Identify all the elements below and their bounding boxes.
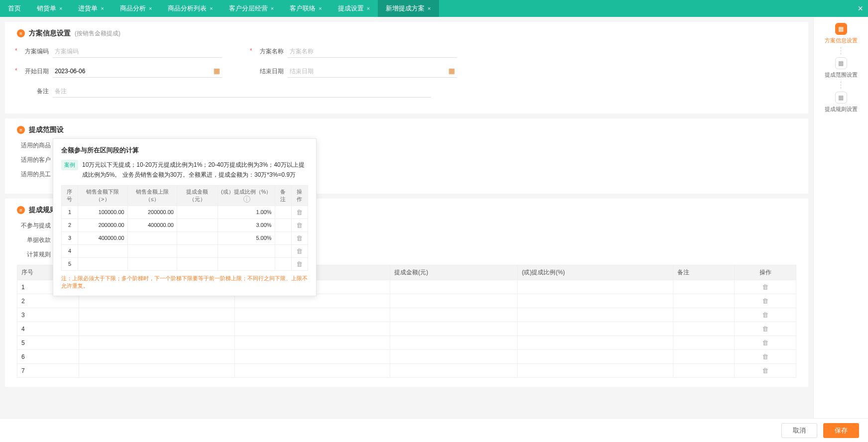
section-title: 提成范围设 bbox=[29, 125, 64, 134]
tab-close-icon[interactable]: × bbox=[428, 5, 431, 11]
tab-bar-close-icon[interactable]: × bbox=[858, 0, 863, 17]
scope-label: 适用的客户 bbox=[17, 156, 56, 164]
tooltip-th: 备注 bbox=[275, 185, 291, 206]
example-tooltip: 全额参与所在区间段的计算 案例 10万元以下无提成；10-20万元提成比例为1%… bbox=[53, 138, 317, 296]
info-icon: i bbox=[243, 196, 250, 203]
delete-row-icon[interactable]: 🗑 bbox=[296, 260, 303, 268]
label-scheme-code: 方案编码 bbox=[17, 47, 53, 56]
grid-header: 提成金额(元) bbox=[390, 265, 518, 280]
label-scheme-name: 方案名称 bbox=[252, 47, 288, 56]
tab-新增提成方案[interactable]: 新增提成方案× bbox=[378, 0, 438, 17]
anchor-label: 提成规则设置 bbox=[825, 106, 858, 113]
anchor-icon: ▦ bbox=[835, 92, 847, 104]
section-title: 方案信息设置 bbox=[29, 29, 71, 38]
table-row[interactable]: 5🗑 bbox=[17, 336, 796, 350]
example-table: 序号销售金额下限（>）销售金额上限（≤）提成金额（元）(或）提成比例（%）i备注… bbox=[61, 185, 308, 271]
anchor-connector bbox=[841, 47, 841, 54]
save-button[interactable]: 保存 bbox=[823, 423, 859, 438]
grid-header: 备注 bbox=[673, 265, 735, 280]
tooltip-row: 1100000.00200000.001.00%🗑 bbox=[62, 206, 308, 219]
table-row[interactable]: 6🗑 bbox=[17, 350, 796, 364]
footer-actions: 取消 保存 bbox=[0, 418, 868, 442]
label-remark: 备注 bbox=[17, 87, 53, 96]
scope-label: 适用的商品 bbox=[17, 141, 56, 150]
delete-row-icon[interactable]: 🗑 bbox=[296, 221, 303, 229]
tab-销货单[interactable]: 销货单× bbox=[29, 0, 70, 17]
tooltip-th: 序号 bbox=[62, 185, 78, 206]
delete-row-icon[interactable]: 🗑 bbox=[762, 339, 768, 346]
anchor-提成范围设置[interactable]: ▦提成范围设置 bbox=[825, 57, 858, 79]
tab-close-icon[interactable]: × bbox=[149, 5, 152, 11]
table-row[interactable]: 3🗑 bbox=[17, 308, 796, 322]
tooltip-row: 2200000.00400000.003.00%🗑 bbox=[62, 219, 308, 231]
tab-close-icon[interactable]: × bbox=[210, 5, 213, 11]
tooltip-th: (或）提成比例（%）i bbox=[217, 185, 275, 206]
tab-进货单[interactable]: 进货单× bbox=[70, 0, 111, 17]
delete-row-icon[interactable]: 🗑 bbox=[762, 311, 768, 319]
delete-row-icon[interactable]: 🗑 bbox=[762, 283, 768, 291]
example-badge: 案例 bbox=[61, 160, 78, 170]
tab-商品分析[interactable]: 商品分析× bbox=[112, 0, 160, 17]
label-start-date: 开始日期 bbox=[17, 67, 53, 76]
tooltip-th: 提成金额（元） bbox=[177, 185, 217, 206]
grid-header: 操作 bbox=[735, 265, 796, 280]
input-scheme-code[interactable] bbox=[53, 45, 222, 58]
section-icon: ≡ bbox=[17, 126, 25, 134]
tab-客户分层经营[interactable]: 客户分层经营× bbox=[221, 0, 282, 17]
tooltip-heading: 全额参与所在区间段的计算 bbox=[61, 146, 308, 155]
anchor-label: 提成范围设置 bbox=[825, 71, 858, 79]
tooltip-row: 5🗑 bbox=[62, 257, 308, 270]
delete-row-icon[interactable]: 🗑 bbox=[296, 247, 303, 255]
tooltip-th: 操作 bbox=[291, 185, 308, 206]
delete-row-icon[interactable]: 🗑 bbox=[762, 325, 768, 332]
label-calc-rule: 计算规则 bbox=[17, 250, 56, 259]
delete-row-icon[interactable]: 🗑 bbox=[762, 353, 768, 360]
main-content: ≡ 方案信息设置 (按销售金额提成) 方案编码 方案名称 开始日期 bbox=[0, 17, 813, 442]
tooltip-row: 3400000.005.00%🗑 bbox=[62, 231, 308, 244]
anchor-nav: ▦方案信息设置▦提成范围设置▦提成规则设置 bbox=[813, 17, 868, 442]
tab-bar: 首页销货单×进货单×商品分析×商品分析列表×客户分层经营×客户联络×提成设置×新… bbox=[0, 0, 868, 17]
tab-close-icon[interactable]: × bbox=[59, 5, 62, 11]
panel-scheme-info: ≡ 方案信息设置 (按销售金额提成) 方案编码 方案名称 开始日期 bbox=[5, 22, 808, 113]
cancel-button[interactable]: 取消 bbox=[781, 423, 817, 438]
anchor-icon: ▦ bbox=[835, 23, 847, 35]
table-row[interactable]: 7🗑 bbox=[17, 364, 796, 378]
table-row[interactable]: 4🗑 bbox=[17, 322, 796, 336]
tab-close-icon[interactable]: × bbox=[271, 5, 274, 11]
tab-首页[interactable]: 首页 bbox=[0, 0, 29, 17]
label-receipt: 单据收款 bbox=[17, 236, 56, 244]
tab-close-icon[interactable]: × bbox=[101, 5, 104, 11]
anchor-提成规则设置[interactable]: ▦提成规则设置 bbox=[825, 92, 858, 113]
tab-close-icon[interactable]: × bbox=[319, 5, 322, 11]
tab-商品分析列表[interactable]: 商品分析列表× bbox=[160, 0, 220, 17]
label-exclude: 不参与提成 bbox=[17, 221, 56, 230]
anchor-方案信息设置[interactable]: ▦方案信息设置 bbox=[825, 23, 858, 44]
delete-row-icon[interactable]: 🗑 bbox=[762, 297, 768, 305]
anchor-label: 方案信息设置 bbox=[825, 37, 858, 44]
anchor-connector bbox=[841, 82, 841, 89]
grid-header: (或)提成比例(%) bbox=[518, 265, 673, 280]
tab-close-icon[interactable]: × bbox=[367, 5, 370, 11]
section-icon: ≡ bbox=[17, 29, 25, 37]
tooltip-note: 注：上限必须大于下限；多个阶梯时，下一个阶梯下限要等于前一阶梯上限；不同行之间下… bbox=[61, 275, 308, 290]
section-icon: ≡ bbox=[17, 206, 25, 214]
example-text: 10万元以下无提成；10-20万元提成比例为1%；20-40万提成比例为3%；4… bbox=[82, 160, 308, 180]
tab-客户联络[interactable]: 客户联络× bbox=[282, 0, 329, 17]
tooltip-th: 销售金额上限（≤） bbox=[127, 185, 177, 206]
tooltip-row: 4🗑 bbox=[62, 244, 308, 257]
tab-提成设置[interactable]: 提成设置× bbox=[330, 0, 378, 17]
delete-row-icon[interactable]: 🗑 bbox=[762, 367, 768, 374]
input-start-date[interactable] bbox=[53, 65, 222, 78]
section-subtitle: (按销售金额提成) bbox=[75, 29, 120, 38]
delete-row-icon[interactable]: 🗑 bbox=[296, 234, 303, 242]
input-remark[interactable] bbox=[53, 85, 431, 98]
anchor-icon: ▦ bbox=[835, 57, 847, 69]
input-end-date[interactable] bbox=[288, 65, 457, 78]
scope-label: 适用的员工 bbox=[17, 170, 56, 179]
input-scheme-name[interactable] bbox=[288, 45, 457, 58]
delete-row-icon[interactable]: 🗑 bbox=[296, 209, 303, 216]
tooltip-th: 销售金额下限（>） bbox=[78, 185, 127, 206]
label-end-date: 结束日期 bbox=[252, 67, 288, 76]
